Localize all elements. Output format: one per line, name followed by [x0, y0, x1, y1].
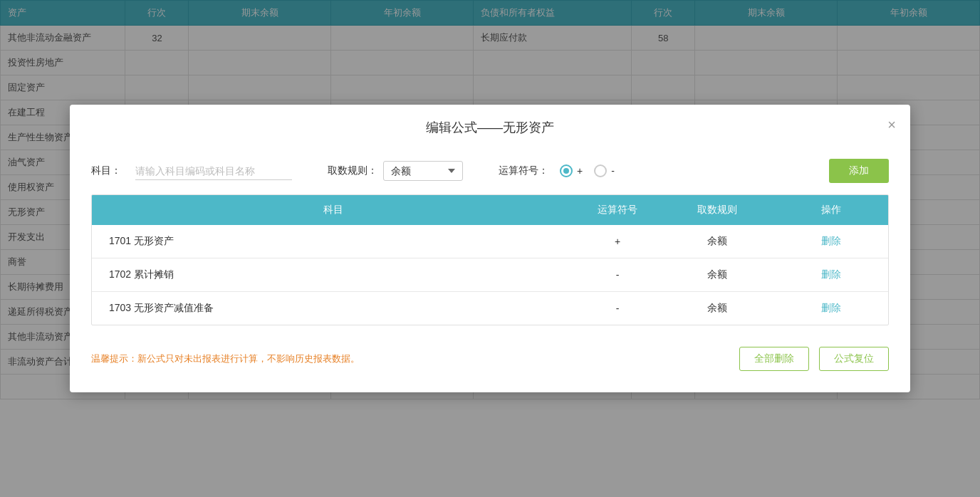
- th-subject: 科目: [92, 195, 575, 225]
- th-rule: 取数规则: [660, 195, 774, 225]
- cell-formula-rule: 余额: [660, 258, 774, 292]
- operator-plus-label: +: [577, 165, 583, 177]
- modal-title: 编辑公式——无形资产: [426, 119, 554, 136]
- delete-row-link[interactable]: 删除: [821, 268, 841, 280]
- operator-minus-radio[interactable]: -: [594, 164, 615, 177]
- close-button[interactable]: ×: [887, 117, 896, 132]
- delete-row-link[interactable]: 删除: [821, 302, 841, 313]
- cell-formula-subject: 1703 无形资产减值准备: [92, 292, 575, 325]
- modal-footer: 温馨提示：新公式只对未出报表进行计算，不影响历史报表数据。 全部删除 公式复位: [70, 333, 910, 371]
- cell-formula-action[interactable]: 删除: [774, 225, 888, 258]
- subject-input[interactable]: [135, 162, 292, 180]
- formula-row: 1701 无形资产 + 余额 删除: [92, 225, 888, 258]
- footer-buttons: 全部删除 公式复位: [739, 347, 889, 371]
- cell-formula-operator: -: [575, 292, 660, 325]
- cell-formula-subject: 1701 无形资产: [92, 225, 575, 258]
- radio-plus-indicator: [560, 164, 573, 177]
- cell-formula-rule: 余额: [660, 225, 774, 258]
- operator-minus-label: -: [611, 165, 615, 177]
- operator-group: 运算符号： + -: [499, 164, 615, 177]
- delete-all-button[interactable]: 全部删除: [739, 347, 809, 371]
- cell-formula-subject: 1702 累计摊销: [92, 258, 575, 292]
- edit-formula-modal: 编辑公式——无形资产 × 科目： 取数规则： 余额 借方 贷方 借方发生额 贷方…: [70, 105, 910, 392]
- add-button[interactable]: 添加: [829, 159, 889, 183]
- cell-formula-action[interactable]: 删除: [774, 292, 888, 325]
- subject-label: 科目：: [91, 164, 121, 177]
- formula-row: 1702 累计摊销 - 余额 删除: [92, 258, 888, 292]
- cell-formula-operator: -: [575, 258, 660, 292]
- th-operator: 运算符号: [575, 195, 660, 225]
- radio-minus-indicator: [594, 164, 607, 177]
- th-action: 操作: [774, 195, 888, 225]
- rule-group: 取数规则： 余额 借方 贷方 借方发生额 贷方发生额: [328, 161, 463, 181]
- rule-label: 取数规则：: [328, 164, 377, 177]
- cell-formula-rule: 余额: [660, 292, 774, 325]
- cell-formula-operator: +: [575, 225, 660, 258]
- formula-row: 1703 无形资产减值准备 - 余额 删除: [92, 292, 888, 325]
- formula-form: 科目： 取数规则： 余额 借方 贷方 借方发生额 贷方发生额 运算符号： + -: [70, 147, 910, 194]
- cell-formula-action[interactable]: 删除: [774, 258, 888, 292]
- formula-table: 科目 运算符号 取数规则 操作 1701 无形资产 + 余额 删除 1702 累…: [91, 194, 889, 325]
- rule-select[interactable]: 余额 借方 贷方 借方发生额 贷方发生额: [383, 161, 463, 181]
- operator-label: 运算符号：: [499, 164, 548, 177]
- reset-formula-button[interactable]: 公式复位: [819, 347, 889, 371]
- delete-row-link[interactable]: 删除: [821, 235, 841, 246]
- tip-text: 温馨提示：新公式只对未出报表进行计算，不影响历史报表数据。: [91, 352, 360, 365]
- operator-plus-radio[interactable]: +: [560, 164, 583, 177]
- modal-header: 编辑公式——无形资产 ×: [70, 105, 910, 147]
